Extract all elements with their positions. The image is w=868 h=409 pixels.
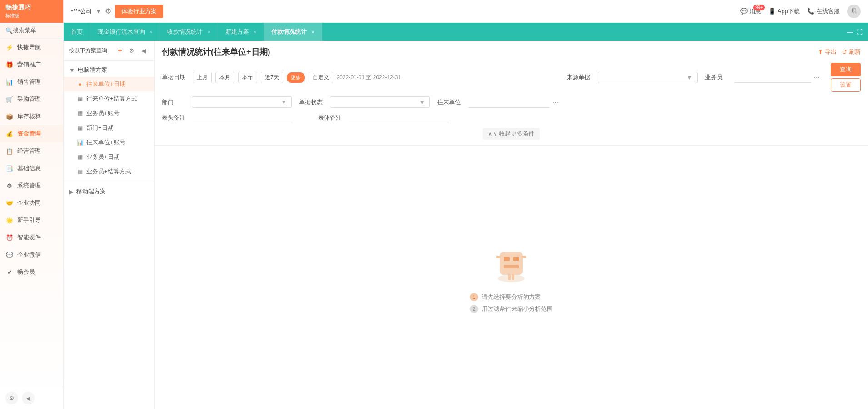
desktop-group-title[interactable]: ▼ 电脑端方案	[64, 63, 154, 77]
svg-rect-7	[496, 256, 501, 258]
mobile-group-title[interactable]: ▶ 移动端方案	[64, 185, 154, 198]
scheme-counterparty-account[interactable]: 📊 往来单位+账号	[64, 135, 154, 150]
sidebar-item-purchase[interactable]: 🛒 采购管理	[0, 91, 63, 108]
sidebar-item-hardware[interactable]: ⏰ 智能硬件	[0, 229, 63, 246]
collapse-more-btn[interactable]: ∧∧ 收起更多条件	[483, 128, 540, 140]
sidebar-item-member[interactable]: ✔ 畅会员	[0, 263, 63, 281]
user-avatar[interactable]: 用	[847, 5, 861, 18]
collapse-label: 收起更多条件	[499, 130, 534, 138]
date-btn-custom[interactable]: 自定义	[309, 72, 333, 83]
sidebar-item-basic[interactable]: 📑 基础信息	[0, 160, 63, 177]
tab-new[interactable]: 新建方案 ×	[218, 23, 264, 41]
sidebar-item-marketing[interactable]: 🎁 营销推广	[0, 56, 63, 73]
agent-field-wrap: ···	[735, 72, 820, 83]
tip-text-2: 用过滤条件来缩小分析范围	[482, 305, 553, 313]
header-remark-input[interactable]	[193, 112, 293, 123]
sidebar-item-inventory[interactable]: 📦 库存核算	[0, 108, 63, 125]
app-download-link[interactable]: 📱 App下载	[768, 7, 800, 15]
date-btn-more[interactable]: 更多	[287, 72, 305, 83]
tab-payment-label: 付款情况统计	[271, 28, 307, 36]
filter-row-3: 表头备注 表体备注	[162, 112, 861, 123]
tab-minimize-icon[interactable]: —	[847, 29, 853, 35]
agent-input[interactable]	[735, 72, 811, 83]
dept-dropdown-icon: ▼	[281, 99, 287, 106]
sidebar-label-sales: 销售管理	[17, 78, 41, 86]
scheme-agent-account[interactable]: ▦ 业务员+账号	[64, 106, 154, 121]
filter-row-2: 部门 ▼ 单据状态 ▼ 往来单位 ···	[162, 96, 861, 108]
sidebar-collapse-btn[interactable]: ◀	[22, 392, 35, 404]
sidebar-item-sales[interactable]: 📊 销售管理	[0, 73, 63, 91]
sidebar-settings-btn[interactable]: ⚙	[5, 392, 18, 404]
tab-income-close[interactable]: ×	[207, 29, 210, 35]
scheme-settings-btn[interactable]: ⚙	[127, 45, 137, 56]
date-btn-last-month[interactable]: 上月	[193, 72, 212, 83]
body-remark-input[interactable]	[349, 112, 449, 123]
settings-button[interactable]: 设置	[831, 78, 861, 92]
tab-income[interactable]: 收款情况统计 ×	[160, 23, 218, 41]
date-range-text: 2022-01-01 至 2022-12-31	[337, 74, 401, 81]
sidebar: 畅捷通巧 标准版 🔍 搜索菜单 ⚡ 快捷导航 🎁 营销推广 📊 销售管理 🛒 采…	[0, 0, 64, 409]
source-select[interactable]: ▼	[598, 72, 698, 83]
scheme-icon-2: ▦	[76, 110, 84, 117]
scheme-counterparty-date[interactable]: ● 往来单位+日期	[64, 77, 154, 91]
empty-tip-2: 2 用过滤条件来缩小分析范围	[470, 305, 553, 313]
scheme-dept-date[interactable]: ▦ 部门+日期	[64, 121, 154, 135]
dept-label: 部门	[162, 98, 185, 106]
sidebar-label-nav: 快捷导航	[17, 43, 41, 51]
sidebar-item-operation[interactable]: 📋 经营管理	[0, 142, 63, 160]
export-label: 导出	[825, 48, 837, 56]
scheme-label-agent-settle: 业务员+结算方式	[86, 167, 131, 176]
download-label: App下载	[778, 7, 800, 15]
member-icon: ✔	[5, 268, 14, 276]
agent-ellipsis-btn[interactable]: ···	[814, 73, 820, 81]
scheme-active-icon: ●	[76, 81, 84, 88]
top-header: ****公司 ▼ ⚙ 体验行业方案 💬 消息 99+ 📱 App下载 📞 在线客…	[64, 0, 868, 23]
sidebar-item-wechat[interactable]: 💬 企业微信	[0, 246, 63, 263]
tab-home[interactable]: 首页	[64, 23, 90, 41]
sidebar-label-search: 搜索菜单	[13, 26, 36, 35]
sidebar-item-finance[interactable]: 💰 资金管理	[0, 125, 63, 142]
panel-collapse-btn[interactable]: ◀	[139, 45, 149, 56]
date-btn-this-month[interactable]: 本月	[215, 72, 234, 83]
sidebar-label-hardware: 智能硬件	[17, 233, 41, 242]
date-btn-7days[interactable]: 近7天	[261, 72, 283, 83]
empty-tips: 1 请先选择要分析的方案 2 用过滤条件来缩小分析范围	[470, 293, 553, 313]
settings-gear-icon[interactable]: ⚙	[105, 7, 111, 15]
notification-bell[interactable]: 💬 消息 99+	[740, 7, 761, 15]
add-scheme-btn[interactable]: +	[115, 45, 125, 56]
counterparty-ellipsis-btn[interactable]: ···	[553, 98, 559, 106]
header-remark-label: 表头备注	[162, 114, 185, 122]
sidebar-label-basic: 基础信息	[17, 164, 41, 172]
svg-rect-3	[513, 257, 519, 261]
sidebar-item-guide[interactable]: 🌟 新手引导	[0, 212, 63, 229]
tab-expand-icon[interactable]: ⛶	[857, 29, 863, 35]
tab-bank[interactable]: 现金银行流水查询 ×	[90, 23, 160, 41]
scheme-icon-1: ▦	[76, 95, 84, 102]
empty-state: 1 请先选择要分析的方案 2 用过滤条件来缩小分析范围	[155, 146, 868, 409]
basic-icon: 📑	[5, 164, 14, 172]
sidebar-item-search[interactable]: 🔍 搜索菜单	[0, 23, 63, 39]
tab-new-close[interactable]: ×	[254, 29, 256, 35]
tab-payment[interactable]: 付款情况统计 ×	[264, 23, 322, 41]
scheme-counterparty-settle[interactable]: ▦ 往来单位+结算方式	[64, 91, 154, 106]
tab-bank-close[interactable]: ×	[150, 29, 152, 35]
tab-payment-close[interactable]: ×	[311, 29, 314, 35]
status-select[interactable]: ▼	[330, 96, 430, 108]
dropdown-icon[interactable]: ▼	[95, 8, 101, 15]
date-btn-this-year[interactable]: 本年	[238, 72, 257, 83]
sidebar-item-system[interactable]: ⚙ 系统管理	[0, 177, 63, 194]
query-button[interactable]: 查询	[831, 63, 861, 76]
refresh-btn[interactable]: ↺ 刷新	[842, 48, 861, 56]
online-service-link[interactable]: 📞 在线客服	[807, 7, 840, 15]
scheme-agent-date[interactable]: ▦ 业务员+日期	[64, 150, 154, 164]
sidebar-item-nav[interactable]: ⚡ 快捷导航	[0, 39, 63, 56]
scheme-agent-settle[interactable]: ▦ 业务员+结算方式	[64, 164, 154, 179]
counterparty-input[interactable]	[468, 97, 550, 108]
sidebar-item-enterprise[interactable]: 🤝 企业协同	[0, 194, 63, 212]
export-btn[interactable]: ⬆ 导出	[818, 48, 837, 56]
scheme-icon-6: ▦	[76, 168, 84, 175]
header-left: ****公司 ▼ ⚙ 体验行业方案	[71, 5, 735, 18]
dept-select[interactable]: ▼	[192, 96, 292, 108]
trial-button[interactable]: 体验行业方案	[115, 5, 163, 18]
app-edition: 标准版	[5, 13, 31, 19]
